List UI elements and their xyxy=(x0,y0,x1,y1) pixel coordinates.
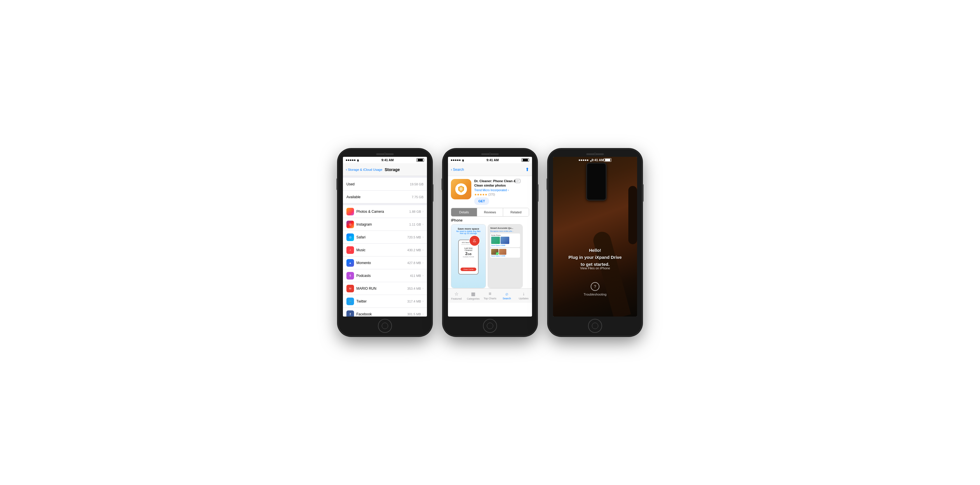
phone-ixpand: ▾ 9:41 AM Hello!Plug in your iXpand Driv… xyxy=(548,149,642,336)
battery-icon xyxy=(604,158,611,162)
twitter-icon: 🐦 xyxy=(347,298,354,305)
camera-notch xyxy=(594,153,596,155)
hand-finger-2 xyxy=(628,186,637,244)
app-name: MARIO RUN xyxy=(356,287,407,291)
back-button[interactable]: ‹ Storage & iCloud Usage xyxy=(346,168,382,172)
app-name: Instagram xyxy=(356,222,409,227)
back-label: Search xyxy=(453,168,464,172)
segment-reviews[interactable]: Reviews xyxy=(477,208,503,216)
list-item[interactable]: ◎ Instagram 1.11 GB › xyxy=(343,218,427,231)
home-button[interactable] xyxy=(483,319,497,333)
app-name: Dr. Cleaner: Phone Clean &Clean similar … xyxy=(474,179,529,188)
app-icon-large: D xyxy=(451,179,471,200)
top-charts-icon: ≡ xyxy=(488,291,491,296)
app-name: Twitter xyxy=(356,300,407,303)
screenshot-title-2: Smart Accurate Qu... xyxy=(490,227,520,229)
page-title: Storage xyxy=(385,167,400,172)
help-circle-icon[interactable]: ? xyxy=(591,282,600,291)
available-label: Available xyxy=(347,195,412,199)
tab-updates-label: Updates xyxy=(519,297,528,300)
instagram-icon: ◎ xyxy=(347,220,354,228)
stars-icon: ★★★★★ xyxy=(474,193,487,196)
list-item[interactable]: 🎙 Podcasts 411 MB › xyxy=(343,269,427,282)
segment-details[interactable]: Details xyxy=(451,208,477,216)
chevron-left-icon: ‹ xyxy=(346,168,347,172)
get-button[interactable]: GET xyxy=(474,197,489,205)
chevron-right-icon: › xyxy=(423,300,423,303)
app-name: Safari xyxy=(356,235,407,239)
dr-cleaner-logo: D xyxy=(455,183,467,195)
hello-text-area: Hello!Plug in your iXpand Driveto get st… xyxy=(568,247,622,268)
status-time: 9:41 AM xyxy=(487,158,499,162)
camera-notch xyxy=(489,153,491,155)
app-rating: ★★★★★ (370) xyxy=(474,193,529,196)
segment-related[interactable]: Related xyxy=(503,208,529,216)
podcasts-icon: 🎙 xyxy=(347,272,354,279)
battery-area xyxy=(522,158,529,162)
available-row: Available 7.75 GB xyxy=(343,191,427,203)
chevron-right-icon: › xyxy=(423,248,423,252)
shield-logo-icon: D xyxy=(457,185,465,193)
app-size: 1.11 GB xyxy=(409,223,421,226)
screenshot-subtitle-2: Recognize more similar pho... xyxy=(490,230,520,232)
ixpand-content: ▾ 9:41 AM Hello!Plug in your iXpand Driv… xyxy=(553,157,637,317)
signal-indicator: ▾ xyxy=(579,159,592,161)
available-label: Available 43.3GB xyxy=(463,256,474,258)
app-size: 720.5 MB xyxy=(407,236,421,239)
chevron-right-icon: › xyxy=(423,236,423,239)
battery-fill xyxy=(605,159,610,161)
facebook-icon: f xyxy=(347,311,354,317)
screenshots-row: Save more space No need to delete any fi… xyxy=(448,224,532,288)
status-bar-appstore: ▾ 9:41 AM xyxy=(448,157,532,163)
list-item[interactable]: ▲ Momento 427.8 MB › xyxy=(343,257,427,269)
status-time: 9:41 AM xyxy=(592,158,604,162)
app-size: 427.8 MB xyxy=(407,261,421,265)
battery-fill xyxy=(523,159,528,161)
used-value: 19.58 GB xyxy=(410,182,423,186)
last-cleaned: Last time Cleaned xyxy=(460,247,477,251)
app-size: 317.4 MB xyxy=(407,300,421,303)
battery-icon xyxy=(522,158,529,162)
featured-icon: ☆ xyxy=(454,291,458,297)
app-name: Photos & Camera xyxy=(356,209,409,214)
battery-area xyxy=(417,158,424,162)
list-item[interactable]: ◎ Safari 720.5 MB › xyxy=(343,231,427,244)
phone-settings: ▾ 9:41 AM ‹ Storage & iCloud Usage Stora… xyxy=(338,149,432,336)
list-item[interactable]: ♪ Music 430.2 MB › xyxy=(343,244,427,257)
app-developer: Trend Micro Incorporated › xyxy=(474,189,529,192)
list-item[interactable]: Photos & Camera 1.88 GB › xyxy=(343,205,427,218)
list-item[interactable]: 🐦 Twitter 317.4 MB › xyxy=(343,295,427,308)
appstore-screen: ▾ 9:41 AM ‹ Search ⬆ xyxy=(448,157,532,317)
app-size: 353.4 MB xyxy=(407,287,421,290)
view-files-label[interactable]: View Files on iPhone xyxy=(580,266,610,270)
back-button[interactable]: ‹ Search xyxy=(451,168,525,172)
used-row: Used 19.58 GB xyxy=(343,178,427,191)
app-name: Podcasts xyxy=(356,274,410,278)
share-button[interactable]: ⬆ xyxy=(525,167,529,172)
app-header: D 4+ Dr. Cleaner: Phone Clean &Clean sim… xyxy=(448,176,532,208)
segment-control: Details Reviews Related xyxy=(451,208,529,217)
home-button[interactable] xyxy=(588,319,602,333)
tab-top-charts[interactable]: ≡ Top Charts xyxy=(482,291,498,300)
settings-screen: ▾ 9:41 AM ‹ Storage & iCloud Usage Stora… xyxy=(343,157,427,317)
appstore-nav: ‹ Search ⬆ xyxy=(448,163,532,176)
list-item[interactable]: f Facebook 301.5 MB › xyxy=(343,308,427,317)
settings-nav: ‹ Storage & iCloud Usage Storage xyxy=(343,163,427,176)
tab-updates[interactable]: ↓ Updates xyxy=(515,291,532,300)
categories-icon: ▦ xyxy=(471,291,476,297)
tab-featured[interactable]: ☆ Featured xyxy=(448,291,465,300)
battery-fill xyxy=(418,159,423,161)
signal-indicator: ▾ xyxy=(346,159,359,161)
tab-top-charts-label: Top Charts xyxy=(484,297,496,300)
tab-categories[interactable]: ▦ Categories xyxy=(465,291,482,300)
scene: ▾ 9:41 AM ‹ Storage & iCloud Usage Stora… xyxy=(326,138,654,347)
troubleshoot-label[interactable]: Troubleshooting xyxy=(584,293,606,296)
list-item[interactable]: M MARIO RUN 353.4 MB › xyxy=(343,282,427,295)
home-button[interactable] xyxy=(378,319,392,333)
screenshot-1: Save more space No need to delete any fi… xyxy=(451,224,486,288)
tab-search[interactable]: ⌕ Search xyxy=(498,291,515,300)
status-bar-ixpand: ▾ 9:41 AM xyxy=(576,157,614,163)
camera-notch xyxy=(384,153,386,155)
ixpand-screen: ▾ 9:41 AM Hello!Plug in your iXpand Driv… xyxy=(553,157,637,317)
screenshot-title-1: Save more space xyxy=(458,227,479,230)
